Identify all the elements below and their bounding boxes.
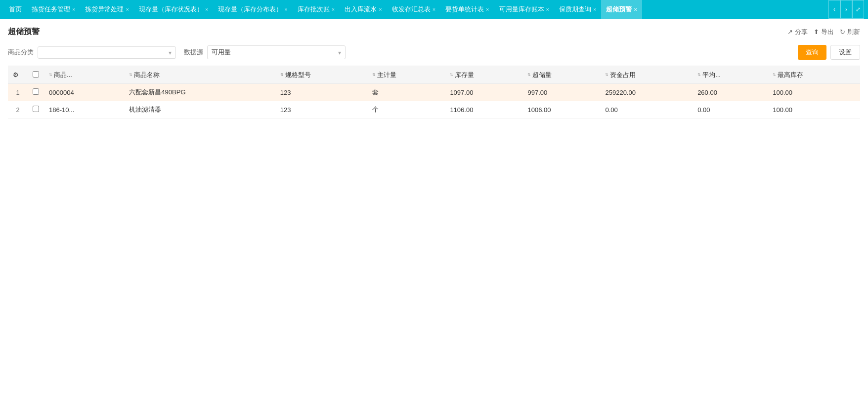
product-unit: 个 — [367, 101, 445, 118]
table-row[interactable]: 2 186-10... 机油滤清器 123 个 1106.00 1006.00 … — [8, 101, 860, 118]
col-stock: ⇅ 库存量 — [445, 66, 522, 84]
nav-close-4[interactable]: × — [284, 6, 287, 12]
product-code: 186-10... — [44, 101, 124, 118]
row-index: 1 — [8, 84, 28, 101]
share-button[interactable]: 分享 — [787, 28, 808, 37]
product-spec: 123 — [275, 101, 368, 118]
nav-item-8[interactable]: 要货单统计表 × — [440, 0, 494, 19]
share-icon — [787, 28, 793, 36]
nav-item-4[interactable]: 现存量（库存分布表） × — [213, 0, 292, 19]
product-name: 机油滤清器 — [124, 101, 275, 118]
sort-icon-spec[interactable]: ⇅ — [280, 73, 284, 77]
sort-icon-unit[interactable]: ⇅ — [372, 73, 376, 77]
row-checkbox-cell — [28, 84, 44, 101]
sort-icon-avg[interactable]: ⇅ — [697, 73, 701, 77]
sort-icon-name[interactable]: ⇅ — [129, 73, 132, 77]
product-stock: 1106.00 — [445, 101, 522, 118]
product-overstock: 997.00 — [522, 84, 600, 101]
query-button[interactable]: 查询 — [798, 45, 826, 60]
col-overstock: ⇅ 超储量 — [522, 66, 600, 84]
category-select[interactable] — [38, 46, 176, 59]
col-gear — [8, 66, 28, 84]
product-spec: 123 — [275, 84, 368, 101]
nav-close-11[interactable]: × — [634, 6, 637, 12]
table-body: 1 0000004 六配套新昌490BPG 123 套 1097.00 997.… — [8, 84, 860, 118]
nav-close-10[interactable]: × — [593, 6, 596, 12]
page-header: 超储预警 分享 导出 刷新 — [8, 27, 860, 37]
export-button[interactable]: 导出 — [814, 28, 834, 37]
refresh-button[interactable]: 刷新 — [840, 28, 860, 37]
settings-button[interactable]: 设置 — [830, 45, 860, 60]
nav-next-button[interactable]: › — [840, 0, 852, 19]
product-code: 0000004 — [44, 84, 124, 101]
top-nav: 首页 拣货任务管理 × 拣货异常处理 × 现存量（库存状况表） × 现存量（库存… — [0, 0, 868, 19]
row-checkbox[interactable] — [33, 106, 39, 112]
table-header-row: ⇅ 商品... ⇅ 商品名称 ⇅ 规格型号 — [8, 66, 860, 84]
nav-item-1[interactable]: 拣货任务管理 × — [27, 0, 80, 19]
nav-close-8[interactable]: × — [486, 6, 489, 12]
header-actions: 分享 导出 刷新 — [787, 28, 860, 37]
nav-expand-button[interactable]: ⤢ — [852, 0, 864, 19]
nav-close-7[interactable]: × — [433, 6, 435, 12]
gear-icon[interactable] — [13, 71, 19, 79]
select-all-checkbox[interactable] — [33, 71, 39, 78]
nav-item-2[interactable]: 拣货异常处理 × — [80, 0, 133, 19]
datasource-value: 可用量 — [212, 48, 231, 57]
nav-close-6[interactable]: × — [379, 6, 382, 12]
table-row[interactable]: 1 0000004 六配套新昌490BPG 123 套 1097.00 997.… — [8, 84, 860, 101]
col-checkbox-header — [28, 66, 44, 84]
nav-close-2[interactable]: × — [126, 6, 129, 12]
product-avg: 260.00 — [693, 84, 768, 101]
category-chevron-icon — [169, 49, 172, 56]
sort-icon-max[interactable]: ⇅ — [773, 73, 776, 77]
product-stock: 1097.00 — [445, 84, 522, 101]
col-product-name: ⇅ 商品名称 — [124, 66, 275, 84]
nav-close-1[interactable]: × — [72, 6, 75, 12]
datasource-select[interactable]: 可用量 — [207, 45, 346, 59]
nav-item-3[interactable]: 现存量（库存状况表） × — [134, 0, 213, 19]
nav-item-7[interactable]: 收发存汇总表 × — [387, 0, 440, 19]
nav-close-3[interactable]: × — [205, 6, 208, 12]
data-table: ⇅ 商品... ⇅ 商品名称 ⇅ 规格型号 — [8, 66, 860, 118]
page-title: 超储预警 — [8, 27, 40, 37]
nav-item-9[interactable]: 可用量库存账本 × — [494, 0, 554, 19]
refresh-icon — [840, 28, 845, 36]
product-capital: 0.00 — [600, 101, 693, 118]
col-avg: ⇅ 平均... — [693, 66, 768, 84]
sort-icon-code[interactable]: ⇅ — [49, 73, 52, 77]
product-name: 六配套新昌490BPG — [124, 84, 275, 101]
filter-actions: 查询 设置 — [798, 45, 860, 60]
sort-icon-overstock[interactable]: ⇅ — [527, 73, 531, 77]
product-avg: 0.00 — [693, 101, 768, 118]
category-label: 商品分类 — [8, 48, 34, 57]
datasource-chevron-icon — [338, 49, 341, 56]
export-icon — [814, 28, 819, 36]
filter-row: 商品分类 数据源 可用量 查询 设置 — [8, 45, 860, 60]
datasource-filter: 数据源 可用量 — [184, 45, 346, 59]
main-content: 超储预警 分享 导出 刷新 商品分类 数据源 — [0, 19, 868, 395]
nav-item-11[interactable]: 超储预警 × — [601, 0, 642, 19]
col-capital: ⇅ 资金占用 — [600, 66, 693, 84]
nav-close-5[interactable]: × — [332, 6, 335, 12]
nav-item-10[interactable]: 保质期查询 × — [554, 0, 601, 19]
nav-close-9[interactable]: × — [546, 6, 549, 12]
nav-item-home[interactable]: 首页 — [4, 0, 27, 19]
col-spec: ⇅ 规格型号 — [275, 66, 368, 84]
nav-prev-button[interactable]: ‹ — [828, 0, 840, 19]
product-capital: 259220.00 — [600, 84, 693, 101]
product-max-stock: 100.00 — [768, 101, 860, 118]
nav-item-6[interactable]: 出入库流水 × — [340, 0, 387, 19]
nav-arrows: ‹ › ⤢ — [828, 0, 864, 19]
row-index: 2 — [8, 101, 28, 118]
datasource-label: 数据源 — [184, 48, 203, 57]
product-unit: 套 — [367, 84, 445, 101]
nav-item-5[interactable]: 库存批次账 × — [293, 0, 340, 19]
row-checkbox[interactable] — [33, 88, 39, 95]
row-checkbox-cell — [28, 101, 44, 118]
col-max-stock: ⇅ 最高库存 — [768, 66, 860, 84]
category-filter: 商品分类 — [8, 46, 176, 59]
sort-icon-stock[interactable]: ⇅ — [450, 73, 453, 77]
col-unit: ⇅ 主计量 — [367, 66, 445, 84]
col-product-code: ⇅ 商品... — [44, 66, 124, 84]
sort-icon-capital[interactable]: ⇅ — [605, 73, 608, 77]
